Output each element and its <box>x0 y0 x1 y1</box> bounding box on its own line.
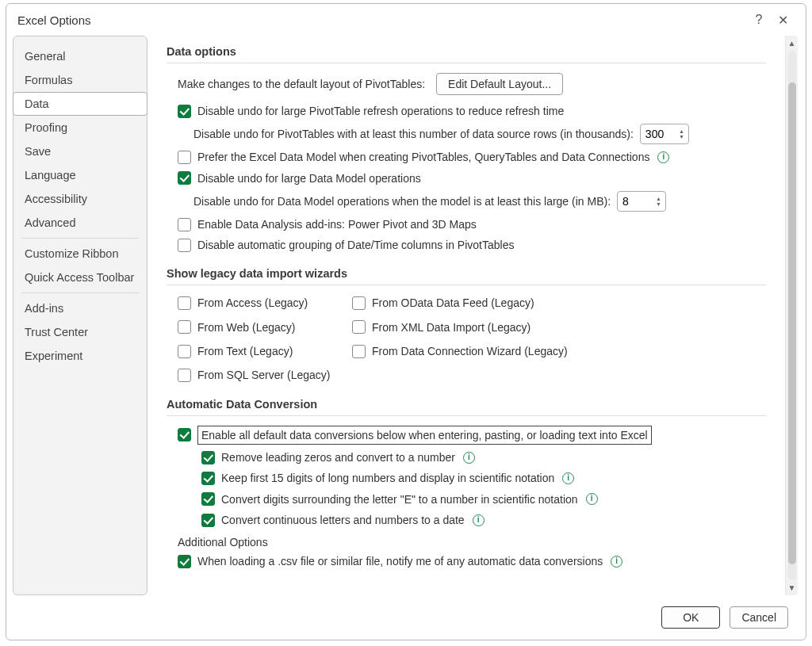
sidebar-item-accessibility[interactable]: Accessibility <box>13 187 147 211</box>
cancel-button[interactable]: Cancel <box>730 606 788 629</box>
sidebar-separator <box>21 238 139 239</box>
checkbox-disable-auto-grouping[interactable] <box>178 239 191 252</box>
checkbox-disable-undo-datamodel[interactable] <box>178 171 191 185</box>
checkbox-enable-analysis-addins[interactable] <box>178 218 191 231</box>
edit-default-layout-button[interactable]: Edit Default Layout... <box>436 73 563 95</box>
sidebar-item-language[interactable]: Language <box>13 163 147 187</box>
sidebar-item-experiment[interactable]: Experiment <box>13 344 147 368</box>
checkbox-convert-date[interactable] <box>201 514 215 527</box>
input-undo-threshold-rows-field[interactable] <box>641 128 677 140</box>
label-from-xml: From XML Data Import (Legacy) <box>372 319 530 335</box>
label-undo-threshold-mb: Disable undo for Data Model operations w… <box>193 193 611 209</box>
main-content: Data options Make changes to the default… <box>147 36 785 595</box>
section-auto-conversion: Automatic Data Conversion <box>167 398 766 411</box>
sidebar: General Formulas Data Proofing Save Lang… <box>13 36 147 595</box>
scrollbar[interactable]: ▲ ▼ <box>785 36 798 595</box>
pivot-layout-label: Make changes to the default layout of Pi… <box>178 78 425 90</box>
checkbox-from-access[interactable] <box>178 296 191 310</box>
sidebar-item-quick-access[interactable]: Quick Access Toolbar <box>13 266 147 289</box>
scrollbar-thumb[interactable] <box>788 82 796 564</box>
label-from-text: From Text (Legacy) <box>197 343 293 359</box>
info-icon[interactable]: i <box>611 556 622 568</box>
divider <box>167 285 766 285</box>
label-from-odata: From OData Data Feed (Legacy) <box>372 295 534 311</box>
dialog-footer: OK Cancel <box>6 595 806 640</box>
info-icon[interactable]: i <box>657 151 669 163</box>
info-icon[interactable]: i <box>586 493 598 505</box>
label-from-web: From Web (Legacy) <box>197 319 295 335</box>
checkbox-enable-all-conversions[interactable] <box>178 428 191 441</box>
sidebar-item-general[interactable]: General <box>13 44 147 68</box>
checkbox-prefer-data-model[interactable] <box>178 151 191 164</box>
label-enable-all-conversions: Enable all default data conversions belo… <box>197 426 652 445</box>
titlebar: Excel Options ? ✕ <box>6 4 806 36</box>
label-from-sql: From SQL Server (Legacy) <box>197 367 331 383</box>
checkbox-from-text[interactable] <box>178 345 191 358</box>
help-icon[interactable]: ? <box>747 13 771 27</box>
info-icon[interactable]: i <box>473 514 485 526</box>
checkbox-from-dcw[interactable] <box>352 345 366 358</box>
label-additional-options: Additional Options <box>178 536 766 549</box>
input-undo-threshold-rows[interactable]: ▲▼ <box>640 124 689 144</box>
label-notify-csv: When loading a .csv file or similar file… <box>197 553 603 569</box>
label-disable-undo-pivot: Disable undo for large PivotTable refres… <box>197 103 564 119</box>
label-keep-15-digits: Keep first 15 digits of long numbers and… <box>221 470 554 486</box>
scroll-up-icon[interactable]: ▲ <box>788 39 796 48</box>
excel-options-dialog: Excel Options ? ✕ General Formulas Data … <box>6 3 806 640</box>
checkbox-from-odata[interactable] <box>352 296 366 310</box>
sidebar-item-advanced[interactable]: Advanced <box>13 211 147 235</box>
input-undo-threshold-mb[interactable]: ▲▼ <box>617 191 666 212</box>
spinner-icon[interactable]: ▲▼ <box>677 128 688 140</box>
scroll-down-icon[interactable]: ▼ <box>788 583 796 592</box>
checkbox-from-web[interactable] <box>178 320 191 334</box>
section-data-options: Data options <box>167 45 766 58</box>
info-icon[interactable]: i <box>463 452 475 464</box>
label-disable-undo-datamodel: Disable undo for large Data Model operat… <box>197 170 421 186</box>
label-from-access: From Access (Legacy) <box>197 295 308 311</box>
label-remove-leading-zeros: Remove leading zeros and convert to a nu… <box>221 449 455 465</box>
sidebar-item-trust-center[interactable]: Trust Center <box>13 320 147 344</box>
info-icon[interactable]: i <box>562 472 574 484</box>
input-undo-threshold-mb-field[interactable] <box>618 195 654 208</box>
spinner-icon[interactable]: ▲▼ <box>654 196 665 207</box>
sidebar-item-proofing[interactable]: Proofing <box>13 116 147 140</box>
divider <box>167 63 766 63</box>
checkbox-from-sql[interactable] <box>178 369 191 382</box>
checkbox-disable-undo-pivot[interactable] <box>178 105 191 118</box>
sidebar-item-data[interactable]: Data <box>13 92 147 116</box>
checkbox-notify-csv[interactable] <box>178 555 191 568</box>
label-enable-analysis-addins: Enable Data Analysis add-ins: Power Pivo… <box>197 216 477 232</box>
label-prefer-data-model: Prefer the Excel Data Model when creatin… <box>197 149 649 165</box>
divider <box>167 415 766 416</box>
label-convert-date: Convert continuous letters and numbers t… <box>221 512 465 528</box>
checkbox-keep-15-digits[interactable] <box>201 472 215 485</box>
sidebar-separator <box>21 292 139 293</box>
ok-button[interactable]: OK <box>661 606 720 629</box>
label-undo-threshold-rows: Disable undo for PivotTables with at lea… <box>193 126 634 142</box>
section-legacy-wizards: Show legacy data import wizards <box>167 267 766 280</box>
scrollbar-track[interactable] <box>788 51 796 580</box>
sidebar-item-addins[interactable]: Add-ins <box>13 296 147 320</box>
checkbox-convert-e-notation[interactable] <box>201 492 215 506</box>
label-from-dcw: From Data Connection Wizard (Legacy) <box>372 343 568 359</box>
close-icon[interactable]: ✕ <box>771 13 795 28</box>
label-disable-auto-grouping: Disable automatic grouping of Date/Time … <box>197 237 514 253</box>
checkbox-remove-leading-zeros[interactable] <box>201 451 215 464</box>
sidebar-item-save[interactable]: Save <box>13 140 147 163</box>
checkbox-from-xml[interactable] <box>352 320 366 334</box>
dialog-title: Excel Options <box>17 13 91 27</box>
sidebar-item-customize-ribbon[interactable]: Customize Ribbon <box>13 242 147 266</box>
sidebar-item-formulas[interactable]: Formulas <box>13 68 147 92</box>
label-convert-e-notation: Convert digits surrounding the letter "E… <box>221 491 578 507</box>
